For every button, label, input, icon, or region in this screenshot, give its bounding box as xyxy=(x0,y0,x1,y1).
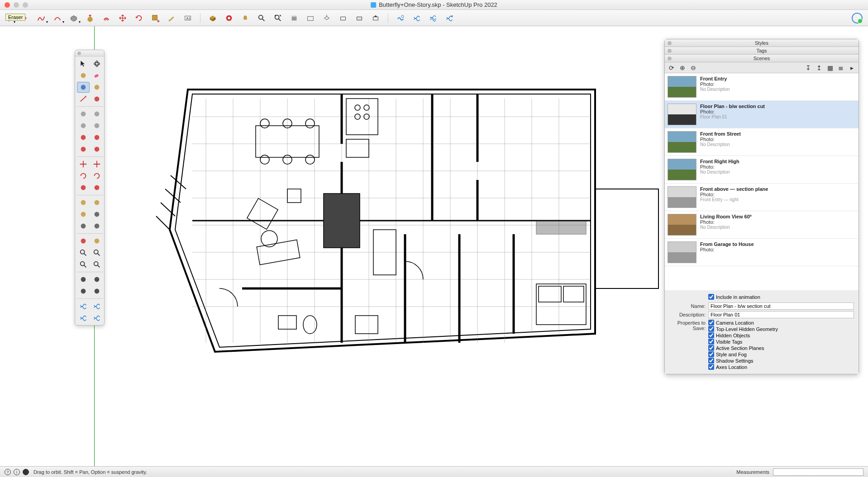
polygon-tool[interactable] xyxy=(91,120,103,131)
tab-scenes[interactable]: Scenes xyxy=(665,55,858,62)
tape-tool[interactable] xyxy=(77,197,90,208)
outliner-button[interactable] xyxy=(305,13,315,23)
prop-checkbox[interactable] xyxy=(708,351,714,357)
measurements-input[interactable] xyxy=(773,468,863,476)
walk-tool[interactable] xyxy=(77,274,90,285)
paint-tool[interactable] xyxy=(167,13,176,23)
remove-scene-button[interactable]: ⊖ xyxy=(690,65,696,71)
minimize-button[interactable] xyxy=(14,2,19,8)
shapes-tool[interactable]: ▾ xyxy=(69,13,79,23)
movecopy-tool[interactable] xyxy=(91,159,103,170)
zoomextents-tool[interactable] xyxy=(77,259,90,270)
move-scene-up-button[interactable]: ↧ xyxy=(805,65,811,71)
zoomextents-tool[interactable] xyxy=(273,13,283,23)
circle-tool[interactable] xyxy=(77,120,90,131)
prop-checkbox[interactable] xyxy=(708,332,714,338)
scene-name-input[interactable] xyxy=(708,302,854,310)
zoom-tool[interactable] xyxy=(257,13,267,23)
scene-desc-input[interactable] xyxy=(708,311,854,318)
line-tool[interactable] xyxy=(77,94,90,104)
previous-tool[interactable] xyxy=(91,259,103,270)
select-tool[interactable] xyxy=(77,58,90,69)
rotate-tool[interactable] xyxy=(134,13,144,23)
freehand-tool[interactable] xyxy=(91,94,103,104)
tab-styles[interactable]: Styles xyxy=(665,39,858,47)
scene-view-list-button[interactable]: ≣ xyxy=(838,65,844,71)
add-scene-button[interactable]: ⊕ xyxy=(679,65,686,71)
iso-view-button[interactable] xyxy=(322,13,332,23)
section-tool[interactable] xyxy=(289,13,299,23)
refresh-scene-button[interactable]: ⟳ xyxy=(668,65,675,71)
scene-item[interactable]: Front above — section planePhoto:Front E… xyxy=(665,184,858,211)
3arc-tool[interactable] xyxy=(91,144,103,155)
prop-checkbox[interactable] xyxy=(708,345,714,351)
info-icon[interactable]: i xyxy=(14,469,20,475)
offset-tool[interactable] xyxy=(91,182,103,193)
zoomwindow-tool[interactable] xyxy=(91,247,103,258)
prop-checkbox[interactable] xyxy=(708,364,714,370)
close-icon[interactable] xyxy=(77,52,81,55)
dimension-tool[interactable] xyxy=(91,209,103,220)
axes-tool[interactable] xyxy=(77,221,90,231)
text-tool[interactable] xyxy=(77,209,90,220)
scene-item[interactable]: Front from StreetPhoto:No Description xyxy=(665,128,858,156)
scene-item[interactable]: Front Right HighPhoto:No Description xyxy=(665,156,858,184)
intersect-tool[interactable] xyxy=(91,236,103,246)
prop-checkbox[interactable] xyxy=(708,358,714,364)
offset-tool[interactable] xyxy=(101,13,111,23)
rotrect-tool[interactable] xyxy=(91,109,103,119)
section-tool[interactable] xyxy=(91,221,103,231)
scene-menu-button[interactable]: ▸ xyxy=(849,65,855,71)
scale-tool[interactable] xyxy=(77,182,90,193)
sectionplane1-button[interactable] xyxy=(396,13,405,23)
orbit-tool[interactable] xyxy=(91,58,103,69)
position-tool[interactable] xyxy=(77,286,90,297)
user-account-badge[interactable] xyxy=(852,13,863,24)
addlocation-button[interactable] xyxy=(240,13,250,23)
tab-tags[interactable]: Tags xyxy=(665,47,858,55)
maximize-button[interactable] xyxy=(23,2,28,8)
sp3-tool[interactable] xyxy=(77,312,90,323)
extension-warehouse-button[interactable] xyxy=(224,13,234,23)
front-view-button[interactable] xyxy=(354,13,364,23)
paint-tool[interactable] xyxy=(77,70,90,81)
protractor-tool[interactable] xyxy=(91,197,103,208)
component-tool[interactable] xyxy=(77,82,90,93)
top-view-button[interactable] xyxy=(338,13,348,23)
hide-tool[interactable] xyxy=(91,286,103,297)
sectionplane4-button[interactable] xyxy=(444,13,454,23)
scene-view-thumbnails-button[interactable]: ▦ xyxy=(827,65,833,71)
move-scene-down-button[interactable]: ↥ xyxy=(816,65,822,71)
person-icon[interactable] xyxy=(23,469,29,475)
scale-tool[interactable] xyxy=(150,13,160,23)
arc-tool[interactable] xyxy=(77,132,90,143)
text-tool[interactable]: A1 xyxy=(183,13,193,23)
sp1-tool[interactable] xyxy=(77,301,90,312)
sectionplane3-button[interactable] xyxy=(428,13,438,23)
scene-item[interactable]: Living Room View 60ºPhoto:No Description xyxy=(665,211,858,239)
scene-item[interactable]: From Garage to HousePhoto: xyxy=(665,239,858,266)
pie-tool[interactable] xyxy=(77,144,90,155)
pushpull-tool[interactable] xyxy=(85,13,95,23)
scene-item[interactable]: Floor Plan - b/w section cutPhoto:Floor … xyxy=(665,101,858,128)
3dwarehouse-button[interactable] xyxy=(208,13,218,23)
move-tool[interactable] xyxy=(77,159,90,170)
rectangle-tool[interactable] xyxy=(77,109,90,119)
sp2-tool[interactable] xyxy=(91,301,103,312)
move-tool[interactable] xyxy=(118,13,128,23)
include-animation-checkbox[interactable] xyxy=(708,294,714,300)
sectionplane2-button[interactable] xyxy=(412,13,422,23)
help-icon[interactable]: ? xyxy=(5,469,11,475)
right-view-button[interactable] xyxy=(371,13,381,23)
followme-tool[interactable] xyxy=(77,236,90,246)
rotatecopy-tool[interactable] xyxy=(91,170,103,181)
eraser-tool[interactable] xyxy=(91,70,103,81)
prop-checkbox[interactable] xyxy=(708,339,714,345)
arcs-tool[interactable]: ▾ xyxy=(52,13,62,23)
scene-list[interactable]: Front EntryPhoto:No DescriptionFloor Pla… xyxy=(665,73,858,290)
2arc-tool[interactable] xyxy=(91,132,103,143)
prop-checkbox[interactable] xyxy=(708,320,714,326)
prop-checkbox[interactable] xyxy=(708,326,714,332)
lookaround-tool[interactable] xyxy=(91,274,103,285)
rotate-tool[interactable] xyxy=(77,170,90,181)
